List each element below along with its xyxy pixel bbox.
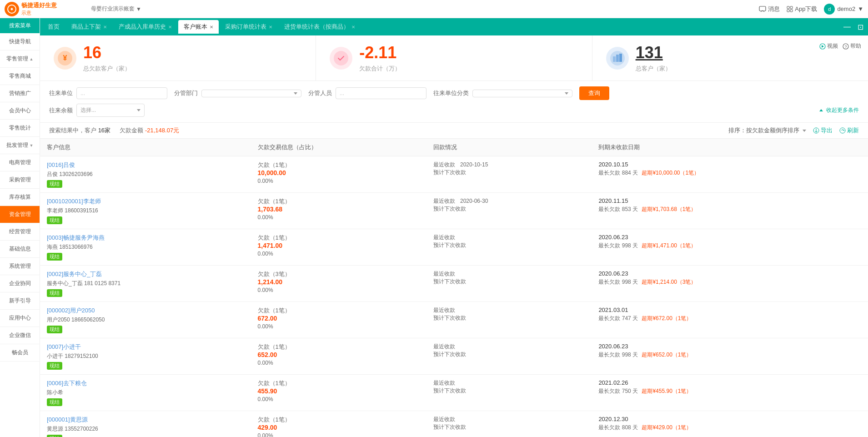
customer-code-2[interactable]: [0003]畅捷服务尹海燕 <box>47 234 244 242</box>
sidebar-item-wechat[interactable]: 企业微信 <box>0 327 40 344</box>
tab-maximize-btn[interactable]: ⊡ <box>855 22 866 32</box>
sidebar-item-wholesale-mgmt[interactable]: 批发管理▼ <box>0 137 40 154</box>
search-button[interactable]: 查询 <box>579 86 609 100</box>
sidebar-item-retail-stats[interactable]: 零售统计 <box>0 120 40 137</box>
sidebar-item-guide[interactable]: 新手引导 <box>0 292 40 310</box>
next-collect-2: 预计下次收款 <box>433 241 585 249</box>
due-date-cell: 2020.11.15 最长欠款 853 天 超期¥1,703.68（1笔） <box>592 193 868 229</box>
tab-minimize-btn[interactable]: — <box>841 22 853 32</box>
sidebar-item-retail-mall[interactable]: 零售商城 <box>0 68 40 85</box>
customer-code-6[interactable]: [0006]去下粮仓 <box>47 379 244 387</box>
close-tab-product-shelf[interactable]: ✕ <box>103 25 107 30</box>
customer-code-1[interactable]: [0001020001]李老师 <box>47 197 244 206</box>
dept-select[interactable] <box>201 90 301 97</box>
debt-amount-6[interactable]: 455.90 <box>258 387 420 395</box>
user-menu[interactable]: d demo2 ▼ <box>824 4 863 15</box>
customer-code-0[interactable]: [0016]吕俊 <box>47 161 244 169</box>
help-btn[interactable]: ? 帮助 <box>843 42 861 50</box>
due-date-cell: 2020.10.15 最长欠款 884 天 超期¥10,000.00（1笔） <box>592 156 868 193</box>
sidebar-item-finance[interactable]: 资金管理 <box>0 206 40 223</box>
sidebar-item-quick-nav[interactable]: 快捷导航 <box>0 33 40 50</box>
debt-info-cell: 欠款（3笔） 1,214.00 0.00% <box>251 266 426 302</box>
close-tab-finished-goods[interactable]: ✕ <box>168 25 172 30</box>
sidebar: 搜索菜单 快捷导航 零售管理▲ 零售商城 营销推广 会员中心 零售统计 批发管理… <box>0 18 40 437</box>
sidebar-item-basic-info[interactable]: 基础信息 <box>0 241 40 258</box>
collapse-btn[interactable]: 收起更多条件 <box>819 106 859 114</box>
stats-bar: ¥ 16 总欠款客户（家） <box>40 35 868 81</box>
sidebar-item-system[interactable]: 系统管理 <box>0 258 40 275</box>
sidebar-search[interactable]: 搜索菜单 <box>0 18 40 33</box>
overdue-link-5[interactable]: 超期¥652.00（1笔） <box>642 352 692 358</box>
source-unit-input[interactable]: ... <box>76 87 167 99</box>
debt-info-cell: 欠款（1笔） 10,000.00 0.00% <box>251 156 426 193</box>
customer-code-4[interactable]: [000002]用户2050 <box>47 306 244 315</box>
due-date-cell: 2021.02.26 最长欠款 750 天 超期¥455.90（1笔） <box>592 375 868 411</box>
manager-input[interactable]: ... <box>336 87 426 99</box>
sidebar-item-marketing[interactable]: 营销推广 <box>0 85 40 102</box>
stat-debtor-count: 16 <box>83 43 130 62</box>
debt-amount-4[interactable]: 672.00 <box>258 315 420 322</box>
customer-table: 客户信息 欠款交易信息（占比） 回款情况 到期未收款日期 [0016]吕俊 吕俊… <box>40 139 868 437</box>
svg-point-19 <box>840 128 845 133</box>
customer-code-5[interactable]: [0007]小进干 <box>47 343 244 351</box>
debt-amount-7[interactable]: 429.00 <box>258 424 420 431</box>
customer-code-3[interactable]: [0002]服务中心_丁磊 <box>47 270 244 278</box>
message-btn[interactable]: 消息 <box>759 5 780 13</box>
sidebar-item-retail-mgmt[interactable]: 零售管理▲ <box>0 50 40 68</box>
tab-finished-goods[interactable]: 产成品入库单历史 ✕ <box>113 20 177 34</box>
app-selector[interactable]: 母婴行业演示账套 ▼ <box>91 5 141 13</box>
overdue-link-0[interactable]: 超期¥10,000.00（1笔） <box>642 170 699 176</box>
close-tab-purchase-order[interactable]: ✕ <box>269 25 272 30</box>
overdue-link-3[interactable]: 超期¥1,214.00（3笔） <box>642 279 696 285</box>
debt-amount-3[interactable]: 1,214.00 <box>258 278 420 286</box>
overdue-info-3: 最长欠款 998 天 超期¥1,214.00（3笔） <box>598 278 861 286</box>
sort-control[interactable]: 排序：按欠款金额倒序排序 <box>728 126 806 135</box>
overdue-info-6: 最长欠款 750 天 超期¥455.90（1笔） <box>598 387 861 395</box>
unit-category-select[interactable] <box>472 90 572 97</box>
last-collect-6: 最近收款 <box>433 379 585 387</box>
debt-amount-1[interactable]: 1,703.68 <box>258 206 420 213</box>
debt-amount-2[interactable]: 1,471.00 <box>258 242 420 249</box>
sidebar-item-member[interactable]: 会员中心 <box>0 102 40 120</box>
sidebar-item-purchase[interactable]: 采购管理 <box>0 171 40 189</box>
sidebar-item-enterprise[interactable]: 企业协同 <box>0 275 40 292</box>
debt-count-5: 欠款（1笔） <box>258 343 420 351</box>
app-download-btn[interactable]: App下载 <box>787 5 817 13</box>
export-btn[interactable]: 导出 <box>813 126 833 135</box>
tab-product-shelf[interactable]: 商品上下架 ✕ <box>66 20 112 34</box>
next-collect-6: 预计下次收款 <box>433 387 585 395</box>
video-btn[interactable]: 视频 <box>819 42 838 50</box>
last-collect-5: 最近收款 <box>433 343 585 351</box>
overdue-link-4[interactable]: 超期¥672.00（1笔） <box>642 315 692 321</box>
debt-amount-0[interactable]: 10,000.00 <box>258 169 420 176</box>
filter-unit-category-label: 往来单位分类 <box>433 89 469 97</box>
overdue-link-1[interactable]: 超期¥1,703.68（1笔） <box>642 206 696 212</box>
customer-info-cell: [0002]服务中心_丁磊 服务中心_丁磊 181 0125 8371 现结 <box>40 266 251 302</box>
close-tab-customer-account[interactable]: ✕ <box>210 25 213 30</box>
collection-cell: 最近收款 预计下次收款 <box>426 338 592 375</box>
stat-all-count: 131 <box>636 43 671 62</box>
collection-cell: 最近收款 2020-06-30 预计下次收款 <box>426 193 592 229</box>
overdue-link-7[interactable]: 超期¥429.00（1笔） <box>642 424 692 431</box>
refresh-btn[interactable]: 刷新 <box>839 126 859 135</box>
sidebar-item-operations[interactable]: 经营管理 <box>0 223 40 241</box>
tab-customer-account[interactable]: 客户账本 ✕ <box>178 20 219 34</box>
overdue-link-2[interactable]: 超期¥1,471.00（1笔） <box>642 242 696 249</box>
debt-ratio-5: 0.00% <box>258 360 420 366</box>
tab-purchase-stats[interactable]: 进货单统计表（按商品） ✕ <box>279 20 361 34</box>
sidebar-item-inventory[interactable]: 库存核算 <box>0 189 40 206</box>
sidebar-item-apps[interactable]: 应用中心 <box>0 310 40 327</box>
balance-select[interactable]: 选择... <box>76 104 145 117</box>
last-collect-0: 最近收款 2020-10-15 <box>433 161 585 169</box>
tab-purchase-order[interactable]: 采购订单统计表 ✕ <box>220 20 278 34</box>
close-tab-purchase-stats[interactable]: ✕ <box>351 25 355 30</box>
overdue-link-6[interactable]: 超期¥455.90（1笔） <box>642 388 692 394</box>
tab-home[interactable]: 首页 <box>42 20 65 34</box>
customer-info-cell: [0016]吕俊 吕俊 13026203696 现结 <box>40 156 251 193</box>
customer-contact-1: 李老师 18600391516 <box>47 207 244 215</box>
debt-amount-5[interactable]: 652.00 <box>258 351 420 358</box>
customer-code-7[interactable]: [000001]黄思源 <box>47 416 244 424</box>
due-date-7: 2020.12.30 <box>598 416 861 422</box>
sidebar-item-vip[interactable]: 畅会员 <box>0 344 40 362</box>
sidebar-item-ecommerce[interactable]: 电商管理 <box>0 154 40 171</box>
